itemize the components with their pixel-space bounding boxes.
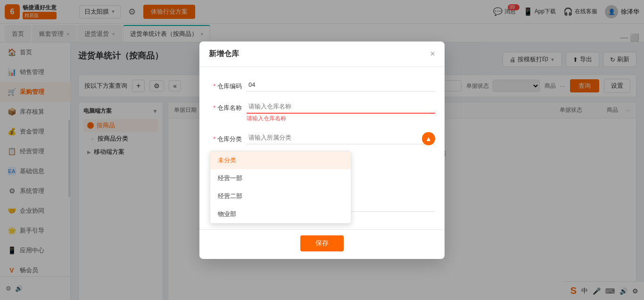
dropdown-item-uncategorized[interactable]: 未分类 (210, 151, 351, 169)
dropdown-item-property[interactable]: 物业部 (210, 205, 351, 223)
category-field: ▲ 未分类 经营一部 经营二部 物业部 (247, 131, 435, 144)
modal-body: 仓库编码 仓库名称 请输入仓库名称 仓库分类 ▲ (199, 67, 445, 229)
form-row-code: 仓库编码 (209, 78, 435, 92)
name-error-msg: 请输入仓库名称 (247, 115, 435, 123)
category-dropdown-list: 未分类 经营一部 经营二部 物业部 (210, 151, 351, 224)
modal-dialog: 新增仓库 × 仓库编码 仓库名称 请输入仓库名称 仓库分类 (199, 42, 445, 259)
modal-overlay[interactable]: 新增仓库 × 仓库编码 仓库名称 请输入仓库名称 仓库分类 (0, 0, 644, 300)
code-field (247, 78, 435, 92)
name-input[interactable] (247, 100, 435, 114)
code-input[interactable] (247, 78, 435, 92)
modal-title: 新增仓库 (209, 49, 239, 59)
category-input[interactable] (247, 131, 435, 144)
category-label: 仓库分类 (209, 131, 247, 143)
code-label: 仓库编码 (209, 78, 247, 91)
modal-footer: 保存 (199, 229, 445, 259)
save-button[interactable]: 保存 (300, 235, 344, 251)
category-dropdown-toggle[interactable]: ▲ (422, 132, 435, 145)
name-label: 仓库名称 (209, 100, 247, 112)
name-field: 请输入仓库名称 (247, 100, 435, 123)
modal-header: 新增仓库 × (199, 42, 445, 67)
dropdown-item-dept2[interactable]: 经营二部 (210, 187, 351, 205)
modal-close-button[interactable]: × (430, 50, 435, 58)
form-row-category: 仓库分类 ▲ 未分类 经营一部 经营二部 物业部 (209, 131, 435, 144)
form-row-name: 仓库名称 请输入仓库名称 (209, 100, 435, 123)
dropdown-item-dept1[interactable]: 经营一部 (210, 169, 351, 187)
